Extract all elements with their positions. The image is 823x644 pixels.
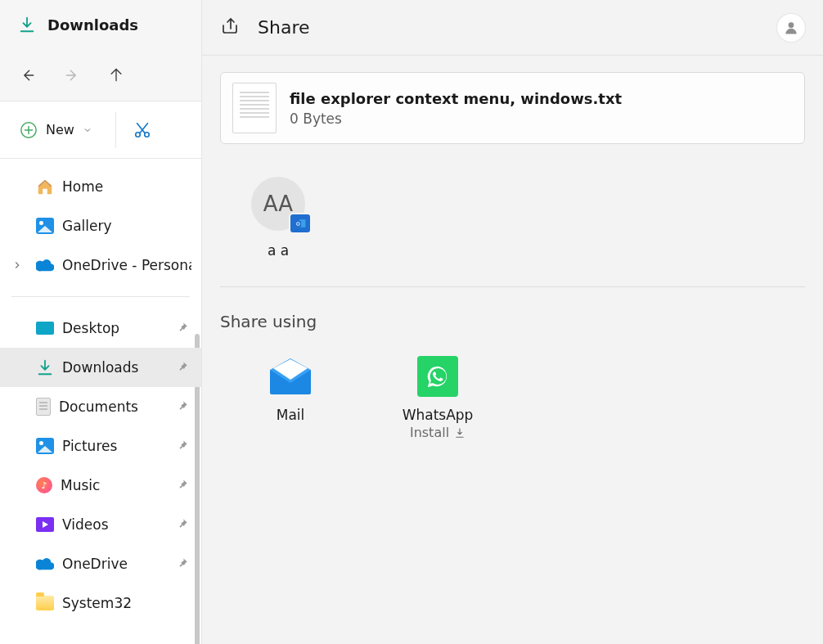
documents-icon (36, 398, 51, 416)
tree-item-onedrive[interactable]: OneDrive (0, 544, 201, 583)
contact-avatar: AA (251, 177, 305, 231)
tree-item-label: Documents (59, 399, 138, 415)
plus-circle-icon (20, 121, 38, 139)
account-button[interactable] (777, 14, 805, 42)
new-button[interactable]: New (11, 115, 101, 146)
whatsapp-icon (416, 356, 460, 397)
home-icon (36, 178, 54, 196)
tree-item-gallery[interactable]: Gallery (0, 206, 201, 245)
chevron-right-icon[interactable] (11, 259, 26, 271)
tree-item-label: OneDrive - Personal (62, 257, 191, 273)
downloads-icon (36, 358, 54, 376)
arrow-up-icon (108, 67, 124, 83)
file-explorer-panel: Downloads New (0, 0, 202, 644)
tree-item-label: Music (61, 477, 100, 493)
pin-icon (177, 477, 188, 493)
explorer-nav-bar (0, 49, 201, 101)
tree-item-home[interactable]: Home (0, 167, 201, 206)
mail-icon (268, 356, 313, 397)
shared-file-size: 0 Bytes (290, 110, 622, 127)
toolbar-divider (115, 112, 116, 148)
tree-item-system32[interactable]: System32 (0, 583, 201, 623)
tree-item-label: OneDrive (62, 556, 128, 572)
outlook-badge-icon (290, 214, 310, 232)
pin-icon (177, 359, 188, 376)
share-body: file explorer context menu, windows.txt … (202, 56, 823, 644)
pictures-icon (36, 438, 54, 454)
svg-point-3 (789, 22, 794, 28)
downloads-header-icon (18, 16, 36, 34)
tree-item-documents[interactable]: Documents (0, 387, 201, 426)
back-button[interactable] (8, 59, 47, 92)
share-out-icon (220, 16, 240, 39)
shared-file-name: file explorer context menu, windows.txt (290, 90, 622, 107)
contact-name: a a (268, 242, 289, 259)
tree-item-videos[interactable]: Videos (0, 505, 201, 544)
share-app-sublabel: Install (410, 425, 465, 440)
explorer-tree[interactable]: Home Gallery OneDrive - Personal Desktop (0, 159, 201, 644)
pin-icon (177, 320, 188, 336)
up-button[interactable] (97, 59, 136, 92)
tree-item-pictures[interactable]: Pictures (0, 426, 201, 466)
text-file-icon (232, 83, 277, 133)
share-app-label: Mail (277, 407, 305, 423)
tree-item-label: Home (62, 178, 103, 195)
tree-item-label: Desktop (62, 320, 119, 336)
contact-initials: AA (263, 191, 293, 216)
person-icon (783, 20, 799, 36)
tree-item-music[interactable]: ♪ Music (0, 466, 201, 505)
folder-icon (36, 596, 54, 610)
tree-item-label: Downloads (62, 359, 138, 376)
gallery-icon (36, 218, 54, 234)
share-app-label: WhatsApp (403, 407, 474, 423)
explorer-toolbar: New (0, 101, 201, 159)
tree-item-downloads[interactable]: Downloads (0, 348, 201, 387)
arrow-right-icon (64, 67, 80, 83)
tree-item-label: Videos (62, 516, 109, 533)
tree-item-label: Pictures (62, 438, 117, 454)
desktop-icon (36, 322, 54, 335)
forward-button[interactable] (52, 59, 92, 92)
pin-icon (177, 556, 188, 572)
pin-icon (177, 516, 188, 533)
videos-icon (36, 517, 54, 532)
cloud-icon (36, 555, 54, 573)
share-panel: Share file explorer context menu, window… (202, 0, 823, 644)
scissors-icon (133, 121, 151, 139)
cut-button[interactable] (128, 115, 157, 145)
share-header: Share (202, 0, 823, 56)
chevron-down-icon (83, 125, 92, 135)
music-icon: ♪ (36, 477, 52, 493)
pin-icon (177, 438, 188, 454)
share-using-title: Share using (220, 312, 805, 331)
tree-item-label: Gallery (62, 218, 112, 234)
share-app-whatsapp[interactable]: WhatsApp Install (389, 356, 487, 440)
download-icon (454, 427, 465, 439)
share-contact[interactable]: AA a a (233, 177, 323, 259)
pin-icon (177, 399, 188, 415)
arrow-left-icon (20, 67, 36, 83)
cloud-icon (36, 256, 54, 274)
share-app-mail[interactable]: Mail (241, 356, 340, 440)
tree-item-onedrive-personal[interactable]: OneDrive - Personal (0, 245, 201, 285)
tree-item-label: System32 (62, 595, 132, 611)
share-divider (220, 286, 805, 287)
share-app-list: Mail WhatsApp Install (220, 356, 805, 440)
share-title: Share (258, 17, 310, 38)
tree-item-desktop[interactable]: Desktop (0, 308, 201, 348)
explorer-title: Downloads (47, 16, 138, 34)
shared-file-card: file explorer context menu, windows.txt … (220, 72, 805, 144)
new-button-label: New (46, 122, 74, 137)
tree-separator (11, 296, 190, 297)
svg-rect-5 (295, 221, 302, 227)
install-label: Install (410, 425, 449, 440)
explorer-header: Downloads (0, 0, 201, 49)
